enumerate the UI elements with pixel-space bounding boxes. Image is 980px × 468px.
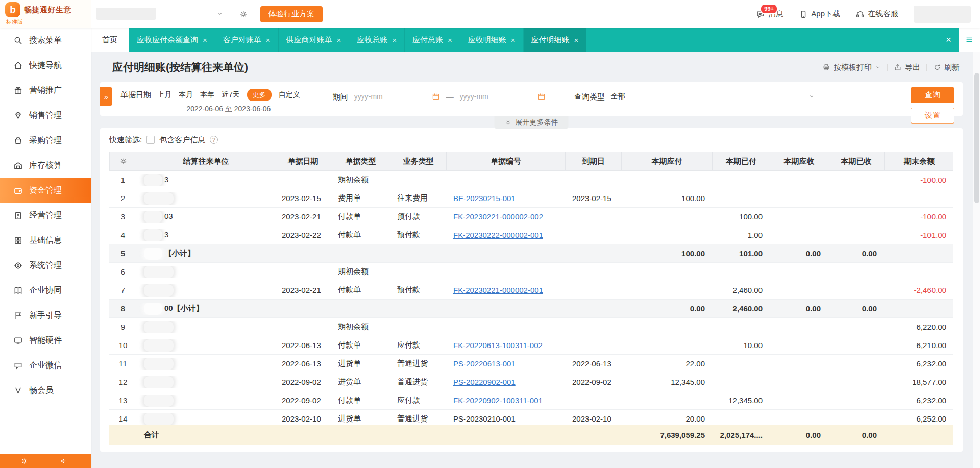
table-row[interactable]: 9 期初余额 6,220.00 (109, 318, 953, 336)
tab-close-icon[interactable]: × (203, 36, 207, 44)
include-customer-checkbox[interactable] (146, 136, 155, 144)
settings-button[interactable]: 设置 (911, 108, 954, 124)
column-header[interactable]: 单据日期 (275, 152, 331, 170)
doc-no-link[interactable]: BE-20230215-001 (453, 194, 516, 203)
quick-range-button[interactable]: 本年 (200, 90, 214, 100)
sidebar-item-search-menu[interactable]: 搜索菜单 (0, 28, 91, 53)
refresh-button[interactable]: 刷新 (933, 63, 960, 72)
table-header: 结算往来单位单据日期单据类型业务类型单据编号到期日本期应付本期已付本期应收本期已… (109, 152, 953, 171)
ending-balance-cell: -2,460.00 (884, 286, 953, 294)
sidebar-item-novice-guide[interactable]: 新手引导 (0, 303, 91, 328)
table-row[interactable]: 14 2023-02-10 进货单 普通进货 PS-20230210-001 2… (109, 410, 953, 425)
doc-no-link[interactable]: PS-20220902-001 (453, 378, 516, 386)
volume-icon[interactable] (60, 457, 67, 465)
vertical-scrollbar[interactable] (973, 52, 980, 468)
tab-home[interactable]: 首页 (91, 28, 129, 52)
tab-balance-query[interactable]: 应收应付余额查询× (129, 28, 215, 52)
table-row[interactable]: 11 2022-06-13 进货单 普通进货 PS-20220613-001 2… (109, 355, 953, 373)
column-header[interactable]: 本期已付 (713, 152, 770, 170)
sidebar-item-system[interactable]: 系统管理 (0, 253, 91, 278)
table-row[interactable]: 1 3 期初余额 -100.00 (109, 171, 953, 189)
table-row[interactable]: 5 【小计】 100.00 101.00 0.00 0.00 (109, 244, 953, 263)
close-tabs-icon[interactable]: × (939, 28, 959, 52)
table-row[interactable]: 8 00【小计】 0.00 2,460.00 0.00 0.00 (109, 300, 953, 318)
expand-more-conditions-button[interactable]: 展开更多条件 (495, 116, 569, 129)
table-row[interactable]: 13 2022-09-02 付款单 应付款 FK-20220902-100311… (109, 391, 953, 410)
sidebar-item-wecom[interactable]: 企业微信 (0, 353, 91, 378)
calendar-icon[interactable] (537, 92, 546, 101)
messages-button[interactable]: 99+ 消息 (756, 9, 783, 19)
column-header[interactable]: 到期日 (566, 152, 622, 170)
column-header[interactable]: 业务类型 (390, 152, 447, 170)
calendar-icon[interactable] (432, 92, 440, 101)
row-number: 14 (109, 414, 137, 423)
tab-receivable-ledger[interactable]: 应收总账× (349, 28, 405, 52)
period-start-input[interactable]: yyyy-mm (354, 89, 440, 104)
column-header[interactable]: 单据编号 (447, 152, 566, 170)
column-header[interactable]: 期末余额 (885, 152, 954, 170)
sidebar-item-marketing[interactable]: 营销推广 (0, 78, 91, 103)
column-header[interactable]: 结算往来单位 (137, 152, 275, 170)
export-button[interactable]: 导出 (894, 63, 920, 72)
sidebar-item-basic-info[interactable]: 基础信息 (0, 228, 91, 253)
org-selector[interactable] (96, 6, 224, 22)
scrollbar-thumb[interactable] (974, 73, 979, 203)
query-type-select[interactable]: 全部 (611, 89, 815, 104)
tab-close-icon[interactable]: × (392, 36, 397, 44)
table-row[interactable]: 6 期初余额 (109, 263, 953, 281)
period-end-input[interactable]: yyyy-mm (460, 89, 546, 104)
column-header[interactable]: 单据类型 (331, 152, 390, 170)
tab-customer-statement[interactable]: 客户对账单× (215, 28, 279, 52)
table-row[interactable]: 12 2022-09-02 进货单 普通进货 PS-20220902-001 2… (109, 373, 953, 391)
online-support-button[interactable]: 在线客服 (855, 9, 898, 19)
doc-no-link[interactable]: FK-20230222-000002-001 (453, 231, 543, 239)
column-header[interactable]: 本期应收 (770, 152, 828, 170)
column-settings-button[interactable] (110, 152, 137, 170)
doc-no-link[interactable]: PS-20220613-001 (453, 359, 516, 368)
ending-balance-cell: -100.00 (884, 176, 953, 184)
table-row[interactable]: 10 2022-06-13 付款单 应付款 FK-20220613-100311… (109, 336, 953, 355)
more-ranges-button[interactable]: 更多 (247, 89, 272, 101)
table-row[interactable]: 3 03 2023-02-21 付款单 预付款 FK-20230221-0000… (109, 208, 953, 226)
gear-icon[interactable] (239, 10, 248, 19)
redacted-user-info[interactable] (914, 6, 971, 23)
sidebar-item-smart-hardware[interactable]: 智能硬件 (0, 328, 91, 353)
collapse-filter-button[interactable]: » (100, 87, 112, 106)
doc-no-link[interactable]: FK-20230221-000002-001 (453, 286, 543, 294)
tab-close-icon[interactable]: × (337, 36, 341, 44)
doc-no-link[interactable]: FK-20230221-000002-002 (453, 212, 543, 221)
sidebar-item-funds[interactable]: 资金管理 (0, 178, 91, 203)
search-button[interactable]: 查询 (911, 87, 954, 103)
doc-no-link[interactable]: FK-20220613-100311-002 (453, 341, 543, 350)
tab-close-icon[interactable]: × (448, 36, 452, 44)
quick-range-button[interactable]: 近7天 (222, 90, 240, 100)
quick-range-button[interactable]: 本月 (179, 90, 193, 100)
sidebar-item-inventory[interactable]: 库存核算 (0, 153, 91, 178)
tab-payable-ledger[interactable]: 应付总账× (405, 28, 460, 52)
table-row[interactable]: 7 2023-02-21 付款单 预付款 FK-20230221-000002-… (109, 281, 953, 300)
sidebar-item-collaboration[interactable]: 企业协同 (0, 278, 91, 303)
tab-supplier-statement[interactable]: 供应商对账单× (279, 28, 350, 52)
tab-close-icon[interactable]: × (574, 36, 579, 44)
sidebar-item-operation[interactable]: 经营管理 (0, 203, 91, 228)
print-by-template-button[interactable]: 按模板打印 (822, 63, 881, 72)
doc-no-link[interactable]: FK-20220902-100311-001 (453, 396, 543, 405)
tab-list-button[interactable] (959, 28, 980, 52)
app-download-button[interactable]: App下载 (799, 9, 840, 19)
sidebar-item-sales[interactable]: 销售管理 (0, 103, 91, 128)
column-header[interactable]: 本期已收 (828, 152, 885, 170)
table-row[interactable]: 2 2023-02-15 费用单 往来费用 BE-20230215-001 20… (109, 189, 953, 208)
quick-range-button[interactable]: 上月 (157, 90, 172, 100)
sidebar-item-quick-nav[interactable]: 快捷导航 (0, 53, 91, 78)
gear-icon[interactable] (20, 457, 28, 465)
custom-range-button[interactable]: 自定义 (279, 90, 300, 100)
sidebar-item-member[interactable]: 畅会员 (0, 378, 91, 403)
tab-payable-detail[interactable]: 应付明细账× (524, 28, 587, 52)
tab-close-icon[interactable]: × (266, 36, 271, 44)
trial-industry-plan-button[interactable]: 体验行业方案 (260, 6, 323, 22)
tab-receivable-detail[interactable]: 应收明细账× (460, 28, 524, 52)
tab-close-icon[interactable]: × (511, 36, 516, 44)
table-row[interactable]: 4 3 2023-02-22 付款单 预付款 FK-20230222-00000… (109, 226, 953, 244)
column-header[interactable]: 本期应付 (622, 152, 713, 170)
sidebar-item-purchase[interactable]: 采购管理 (0, 128, 91, 153)
